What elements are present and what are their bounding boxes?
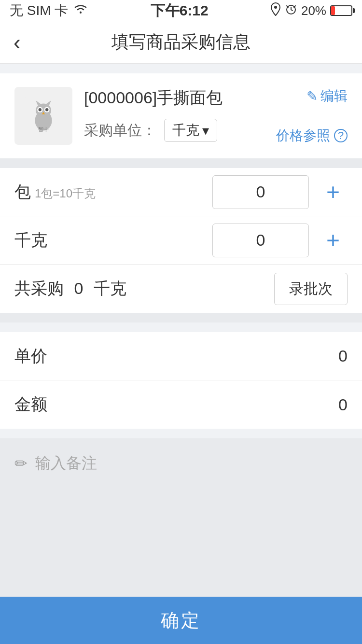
total-value: 0 [74, 279, 83, 297]
product-card: 智十 [0000006]手撕面包 采购单位： 千克 ▾ ✎ 编辑 价格参照 ? [0, 73, 362, 158]
product-image: 智十 [14, 87, 72, 145]
edit-label: 编辑 [320, 87, 348, 105]
svg-point-8 [39, 108, 42, 111]
bao-plus-button[interactable]: + [319, 178, 348, 207]
bao-input[interactable]: 0 [212, 175, 309, 209]
battery-icon [330, 5, 352, 16]
status-left: 无 SIM 卡 [10, 1, 88, 20]
bao-label: 包1包=10千克 [14, 181, 96, 203]
amount-row: 金额 0 [0, 380, 362, 429]
input-section: 包1包=10千克 0 + 千克 0 + [0, 168, 362, 265]
kg-input-row: 千克 0 + [0, 216, 362, 265]
note-section[interactable]: ✏ 输入备注 [0, 438, 362, 489]
batch-button[interactable]: 录批次 [274, 273, 348, 305]
confirm-button[interactable]: 确定 [0, 597, 362, 644]
battery-text: 20% [301, 3, 326, 18]
chevron-down-icon: ▾ [202, 123, 209, 139]
nav-bar: ‹ 填写商品采购信息 [0, 21, 362, 64]
svg-point-1 [274, 6, 277, 9]
bao-input-row: 包1包=10千克 0 + [0, 168, 362, 216]
price-ref-label: 价格参照 [276, 126, 330, 145]
unit-select[interactable]: 千克 ▾ [164, 119, 217, 142]
page-title: 填写商品采购信息 [111, 30, 251, 54]
svg-text:智十: 智十 [38, 126, 49, 132]
price-row: 单价 0 [0, 332, 362, 380]
status-time: 下午6:12 [151, 1, 209, 21]
price-label: 单价 [14, 345, 47, 367]
price-info-section: 单价 0 金额 0 [0, 332, 362, 429]
price-ref-button[interactable]: 价格参照 ? [276, 126, 348, 145]
section-divider-1 [0, 158, 362, 168]
amount-value: 0 [338, 395, 348, 414]
svg-point-0 [80, 12, 82, 14]
total-unit: 千克 [94, 279, 126, 297]
edit-icon: ✎ [306, 88, 318, 104]
note-placeholder: 输入备注 [35, 453, 97, 474]
total-row: 共采购 0 千克 录批次 [0, 265, 362, 313]
bao-input-control: 0 + [96, 175, 348, 209]
total-label: 共采购 [14, 279, 64, 297]
wifi-icon [73, 3, 88, 18]
pencil-icon: ✏ [14, 454, 28, 473]
amount-label: 金额 [14, 393, 47, 416]
location-icon [270, 2, 281, 19]
status-bar: 无 SIM 卡 下午6:12 20% [0, 0, 362, 21]
status-right: 20% [270, 2, 352, 19]
section-divider-2 [0, 313, 362, 322]
kg-label: 千克 [14, 229, 92, 252]
kg-plus-button[interactable]: + [319, 226, 348, 255]
total-text: 共采购 0 千克 [14, 278, 126, 300]
svg-point-9 [45, 108, 48, 111]
alarm-icon [285, 3, 297, 19]
price-value: 0 [338, 347, 348, 365]
kg-input-control: 0 + [92, 224, 348, 257]
unit-label: 采购单位： [84, 121, 156, 140]
kg-input[interactable]: 0 [212, 224, 309, 257]
edit-button[interactable]: ✎ 编辑 [306, 87, 348, 105]
back-button[interactable]: ‹ [14, 30, 21, 55]
info-icon: ? [334, 129, 348, 142]
carrier-text: 无 SIM 卡 [10, 1, 68, 20]
unit-value: 千克 [172, 121, 199, 140]
